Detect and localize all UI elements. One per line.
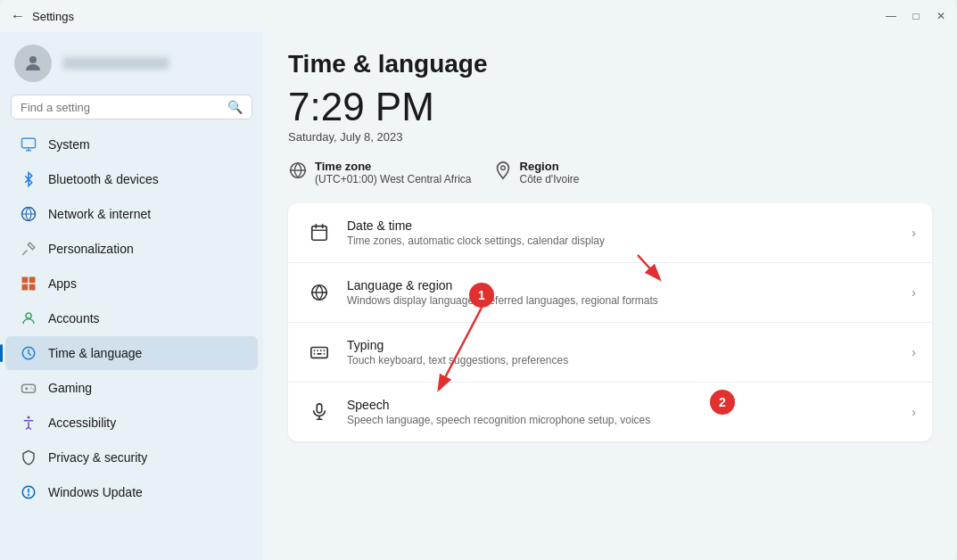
apps-icon bbox=[20, 275, 37, 292]
window-title: Settings bbox=[32, 10, 74, 23]
time-icon bbox=[20, 344, 37, 362]
page-title: Time & language bbox=[288, 50, 932, 78]
settings-list: Date & time Time zones, automatic clock … bbox=[288, 203, 932, 441]
avatar bbox=[14, 45, 52, 82]
settings-item-language[interactable]: Language & region Windows display langua… bbox=[288, 263, 932, 323]
sidebar-item-personalization[interactable]: Personalization bbox=[5, 232, 258, 266]
sidebar-item-bluetooth-label: Bluetooth & devices bbox=[48, 172, 159, 186]
timezone-item: Time zone (UTC+01:00) West Central Afric… bbox=[288, 160, 472, 185]
svg-rect-7 bbox=[29, 284, 36, 291]
back-icon[interactable]: ← bbox=[11, 8, 25, 24]
speech-text: Speech Speech language, speech recogniti… bbox=[347, 398, 899, 426]
svg-point-18 bbox=[500, 166, 505, 170]
sidebar-item-accessibility[interactable]: Accessibility bbox=[5, 406, 258, 440]
typing-desc: Touch keyboard, text suggestions, prefer… bbox=[347, 354, 899, 366]
sidebar-item-bluetooth[interactable]: Bluetooth & devices bbox=[5, 162, 258, 196]
speech-icon bbox=[304, 397, 334, 427]
maximize-button[interactable]: □ bbox=[911, 11, 921, 21]
sidebar-item-accessibility-label: Accessibility bbox=[48, 416, 116, 430]
bluetooth-icon bbox=[20, 170, 37, 188]
svg-rect-24 bbox=[311, 348, 327, 358]
speech-chevron: › bbox=[912, 405, 916, 419]
svg-rect-19 bbox=[312, 226, 327, 241]
search-icon: 🔍 bbox=[227, 100, 243, 114]
svg-rect-5 bbox=[29, 277, 36, 284]
titlebar: ← Settings — □ ✕ bbox=[0, 0, 957, 32]
date-display: Saturday, July 8, 2023 bbox=[288, 130, 932, 144]
sidebar-item-accounts[interactable]: Accounts bbox=[5, 301, 258, 335]
speech-desc: Speech language, speech recognition micr… bbox=[347, 414, 899, 426]
window-controls: — □ ✕ bbox=[886, 11, 946, 21]
sidebar-item-time[interactable]: Time & language bbox=[5, 336, 258, 370]
settings-item-date-time[interactable]: Date & time Time zones, automatic clock … bbox=[288, 203, 932, 263]
timezone-label: Time zone bbox=[315, 160, 472, 173]
search-input[interactable] bbox=[21, 101, 222, 114]
sidebar-item-privacy-label: Privacy & security bbox=[48, 450, 147, 465]
svg-point-14 bbox=[33, 389, 35, 391]
sidebar-item-personalization-label: Personalization bbox=[48, 242, 134, 256]
personalization-icon bbox=[20, 240, 37, 258]
sidebar-item-network-label: Network & internet bbox=[48, 207, 151, 221]
sidebar-item-system-label: System bbox=[48, 137, 90, 152]
gaming-icon bbox=[20, 379, 37, 397]
svg-rect-6 bbox=[22, 284, 29, 291]
time-display: 7:29 PM bbox=[288, 86, 932, 128]
region-value: Côte d'Ivoire bbox=[520, 173, 580, 185]
sidebar-item-privacy[interactable]: Privacy & security bbox=[5, 441, 258, 474]
language-icon bbox=[304, 277, 334, 308]
update-icon bbox=[20, 483, 37, 501]
sidebar-item-apps-label: Apps bbox=[48, 276, 77, 291]
main-content: Time & language 7:29 PM Saturday, July 8… bbox=[263, 32, 957, 459]
date-time-text: Date & time Time zones, automatic clock … bbox=[347, 218, 899, 247]
sidebar-item-network[interactable]: Network & internet bbox=[5, 197, 258, 231]
close-button[interactable]: ✕ bbox=[936, 11, 946, 21]
settings-item-speech[interactable]: Speech Speech language, speech recogniti… bbox=[288, 383, 932, 441]
language-title: Language & region bbox=[347, 278, 899, 292]
typing-icon bbox=[304, 337, 334, 367]
sidebar-item-system[interactable]: System bbox=[5, 128, 258, 161]
sidebar-item-apps[interactable]: Apps bbox=[5, 267, 258, 301]
typing-text: Typing Touch keyboard, text suggestions,… bbox=[347, 338, 899, 366]
sidebar: 🔍 System Bluetooth & devices bbox=[0, 32, 263, 560]
sidebar-item-update[interactable]: Windows Update bbox=[5, 475, 258, 509]
accounts-icon bbox=[20, 309, 37, 327]
privacy-icon bbox=[20, 449, 37, 466]
svg-rect-4 bbox=[22, 277, 29, 284]
language-desc: Windows display language, preferred lang… bbox=[347, 294, 899, 307]
user-name bbox=[62, 57, 169, 70]
date-time-desc: Time zones, automatic clock settings, ca… bbox=[347, 235, 899, 247]
timezone-icon bbox=[288, 161, 308, 185]
region-label: Region bbox=[520, 160, 580, 173]
svg-point-13 bbox=[30, 387, 32, 389]
typing-chevron: › bbox=[912, 345, 916, 359]
date-time-icon bbox=[304, 218, 334, 248]
sidebar-item-gaming[interactable]: Gaming bbox=[5, 371, 258, 405]
region-item: Region Côte d'Ivoire bbox=[493, 160, 580, 185]
accessibility-icon bbox=[20, 414, 37, 432]
settings-window: ← Settings — □ ✕ 🔍 bbox=[0, 0, 957, 560]
sidebar-item-gaming-label: Gaming bbox=[48, 381, 92, 395]
search-box[interactable]: 🔍 bbox=[11, 95, 252, 119]
date-time-title: Date & time bbox=[347, 218, 899, 233]
svg-rect-32 bbox=[317, 404, 322, 413]
typing-title: Typing bbox=[347, 338, 899, 352]
sidebar-item-time-label: Time & language bbox=[48, 346, 142, 360]
system-icon bbox=[20, 136, 37, 153]
sidebar-item-update-label: Windows Update bbox=[48, 485, 143, 499]
date-time-chevron: › bbox=[912, 226, 916, 240]
settings-item-typing[interactable]: Typing Touch keyboard, text suggestions,… bbox=[288, 323, 932, 383]
svg-rect-1 bbox=[22, 138, 36, 148]
speech-title: Speech bbox=[347, 398, 899, 412]
minimize-button[interactable]: — bbox=[886, 11, 896, 21]
sidebar-item-accounts-label: Accounts bbox=[48, 311, 100, 325]
main-wrapper: Time & language 7:29 PM Saturday, July 8… bbox=[263, 32, 957, 560]
timezone-text: Time zone (UTC+01:00) West Central Afric… bbox=[315, 160, 472, 185]
content-area: 🔍 System Bluetooth & devices bbox=[0, 32, 957, 560]
svg-point-8 bbox=[26, 313, 31, 318]
region-text: Region Côte d'Ivoire bbox=[520, 160, 580, 185]
sidebar-nav: System Bluetooth & devices Network & int… bbox=[0, 127, 263, 510]
svg-point-15 bbox=[28, 416, 30, 419]
network-icon bbox=[20, 205, 37, 223]
language-chevron: › bbox=[912, 285, 916, 300]
timezone-value: (UTC+01:00) West Central Africa bbox=[315, 173, 472, 185]
